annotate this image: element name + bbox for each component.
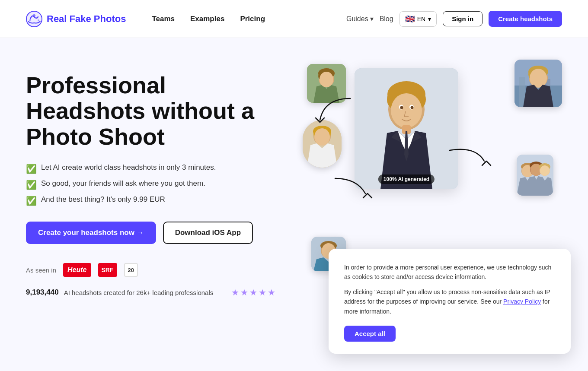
svg-point-37 (314, 128, 330, 146)
feature-2-text: So good, your friends will ask where you… (41, 179, 205, 188)
navbar: Real Fake Photos Teams Examples Pricing … (0, 0, 588, 38)
check-icon-1: ✅ (26, 164, 37, 174)
sign-in-button[interactable]: Sign in (443, 11, 483, 26)
hero-features: ✅ Let AI create world class headshots in… (26, 163, 277, 206)
stats-row: 9,193,440 AI headshots created for 26k+ … (26, 287, 277, 298)
feature-3: ✅ And the best thing? It's only 9.99 EUR (26, 195, 277, 206)
feature-2: ✅ So good, your friends will ask where y… (26, 179, 277, 190)
thumb-photo-midleft (303, 120, 342, 168)
download-ios-button[interactable]: Download iOS App (163, 222, 253, 244)
create-headshots-hero-button[interactable]: Create your headshots now → (26, 222, 156, 244)
nav-teams[interactable]: Teams (152, 15, 175, 23)
hero-title: Professional Headshots without a Photo S… (26, 73, 277, 149)
nav-examples[interactable]: Examples (190, 15, 224, 23)
chevron-down-icon: ▾ (370, 15, 374, 23)
svg-point-3 (38, 19, 39, 21)
star-rating: ★★★★★ (231, 287, 277, 298)
svg-point-0 (26, 11, 42, 27)
main-headshot-photo: 100% AI generated (355, 68, 458, 189)
cookie-banner: In order to provide a more personal user… (329, 249, 571, 354)
guides-button[interactable]: Guides ▾ (346, 15, 374, 23)
hero-left: Professional Headshots without a Photo S… (26, 64, 277, 298)
cookie-text-2: By clicking "Accept all" you allow us to… (344, 287, 555, 316)
nav-right: Guides ▾ Blog 🇬🇧 EN ▾ Sign in Create hea… (346, 11, 562, 27)
svg-point-1 (33, 14, 35, 17)
logo-link[interactable]: Real Fake Photos (26, 11, 126, 27)
accept-all-button[interactable]: Accept all (344, 326, 396, 342)
check-icon-3: ✅ (26, 196, 37, 206)
feature-3-text: And the best thing? It's only 9.99 EUR (41, 195, 165, 204)
seen-in-label: As seen in (26, 266, 56, 274)
thumb-photo-midright (517, 155, 553, 196)
logo-icon (26, 11, 42, 27)
svg-point-14 (411, 106, 414, 109)
heute-logo: Heute (63, 263, 91, 277)
flag-icon: 🇬🇧 (405, 14, 415, 24)
svg-point-2 (29, 19, 31, 21)
nav-pricing[interactable]: Pricing (240, 15, 265, 23)
thumb-photo-topright (514, 60, 562, 107)
feature-1: ✅ Let AI create world class headshots in… (26, 163, 277, 174)
create-headshots-nav-button[interactable]: Create headshots (489, 11, 562, 27)
hero-buttons: Create your headshots now → Download iOS… (26, 222, 277, 244)
lang-chevron-icon: ▾ (428, 16, 431, 22)
logo-text: Real Fake Photos (47, 13, 126, 25)
nav-links: Teams Examples Pricing (152, 15, 329, 23)
thumb-photo-topleft (307, 64, 346, 103)
svg-point-10 (391, 93, 422, 128)
20min-logo: 20 (124, 263, 138, 277)
stats-count: 9,193,440 (26, 288, 59, 297)
guides-label: Guides (346, 15, 368, 23)
svg-point-30 (530, 69, 547, 88)
lang-code: EN (417, 16, 425, 22)
seen-in: As seen in Heute SRF 20 (26, 263, 277, 277)
svg-point-21 (320, 72, 333, 87)
svg-point-13 (400, 106, 403, 109)
cookie-text-1: In order to provide a more personal user… (344, 263, 555, 282)
svg-point-47 (540, 165, 550, 176)
feature-1-text: Let AI create world class headshots in o… (41, 163, 216, 172)
language-selector[interactable]: 🇬🇧 EN ▾ (399, 11, 437, 27)
check-icon-2: ✅ (26, 180, 37, 190)
ai-generated-label: 100% AI generated (378, 174, 435, 184)
srf-logo: SRF (98, 263, 117, 277)
stats-text: AI headshots created for 26k+ leading pr… (64, 289, 214, 296)
privacy-policy-link[interactable]: Privacy Policy (503, 298, 541, 305)
blog-link[interactable]: Blog (380, 15, 393, 23)
